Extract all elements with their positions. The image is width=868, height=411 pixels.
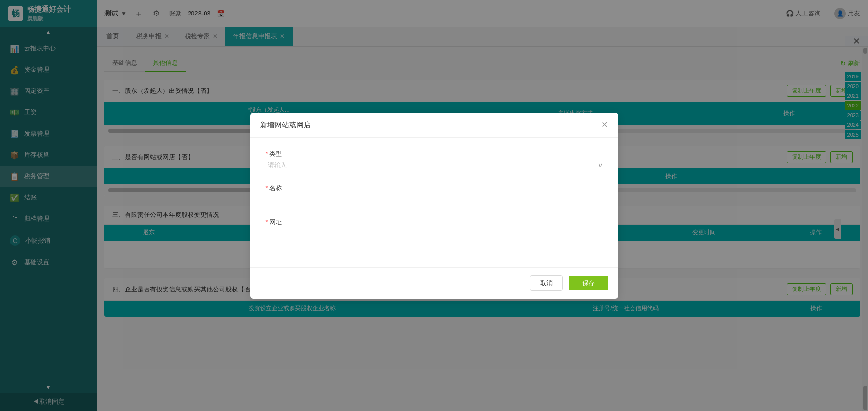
url-label: * 网址 xyxy=(266,218,603,227)
modal-body: * 类型 ∨ * 名称 * xyxy=(250,138,618,267)
modal-title: 新增网站或网店 xyxy=(260,121,311,130)
cancel-button[interactable]: 取消 xyxy=(530,275,563,291)
modal-footer: 取消 保存 xyxy=(250,267,618,299)
type-label: * 类型 xyxy=(266,150,603,158)
modal-close-button[interactable]: ✕ xyxy=(601,121,608,129)
modal-header: 新增网站或网店 ✕ xyxy=(250,113,618,138)
name-input[interactable] xyxy=(266,196,603,203)
type-input-wrapper: ∨ xyxy=(266,158,603,172)
form-row-url: * 网址 xyxy=(266,218,603,240)
url-input[interactable] xyxy=(266,229,603,237)
type-chevron-icon[interactable]: ∨ xyxy=(598,161,603,169)
save-button[interactable]: 保存 xyxy=(569,276,608,290)
modal-overlay[interactable]: 新增网站或网店 ✕ * 类型 ∨ * 名称 xyxy=(0,0,868,411)
name-input-wrapper xyxy=(266,193,603,206)
form-row-name: * 名称 xyxy=(266,184,603,206)
form-row-type: * 类型 ∨ xyxy=(266,150,603,172)
url-input-wrapper xyxy=(266,227,603,240)
name-label: * 名称 xyxy=(266,184,603,193)
type-input[interactable] xyxy=(266,161,598,168)
add-website-modal: 新增网站或网店 ✕ * 类型 ∨ * 名称 xyxy=(250,113,618,299)
